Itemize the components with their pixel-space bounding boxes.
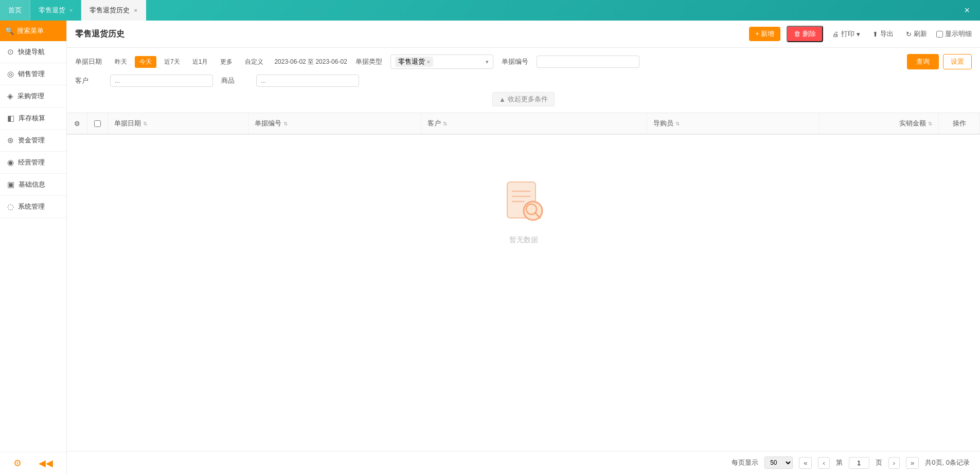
empty-state: 暂无数据 — [67, 135, 980, 286]
customer-filter-input[interactable] — [110, 75, 213, 87]
sidebar-item-basic-info[interactable]: ▣ 基础信息 — [0, 174, 66, 196]
sidebar-item-finance[interactable]: ⊛ 资金管理 — [0, 130, 66, 152]
settings-icon-th: ⚙ — [74, 120, 80, 127]
prev-page-button[interactable]: ‹ — [818, 457, 829, 469]
nav-icon-purchase: ◈ — [7, 92, 13, 101]
th-checkbox[interactable] — [87, 113, 108, 134]
customer-filter-label: 客户 — [75, 76, 106, 85]
query-button[interactable]: 查询 — [907, 54, 939, 69]
new-button[interactable]: + 新增 — [749, 27, 780, 41]
goods-filter-input[interactable] — [256, 75, 359, 87]
export-button[interactable]: ⬆ 导出 — [869, 27, 897, 41]
close-tab-retail-return-history[interactable]: × — [134, 7, 137, 13]
nav-icon-basic: ▣ — [7, 180, 14, 189]
th-action-label: 操作 — [953, 119, 966, 128]
type-selector-arrow: ▾ — [486, 59, 489, 65]
refresh-icon: ↻ — [906, 30, 912, 38]
date-btn-more[interactable]: 更多 — [216, 56, 237, 68]
date-range-display: 2023-06-02 至 2023-06-02 — [274, 58, 347, 66]
search-icon: 🔍 — [5, 27, 14, 35]
per-page-label: 每页显示 — [732, 458, 758, 467]
type-selector[interactable]: 零售退货 × ▾ — [390, 54, 493, 69]
sort-icon-date: ⇅ — [143, 121, 147, 126]
date-btn-yesterday[interactable]: 昨天 — [110, 56, 132, 68]
sort-icon-customer: ⇅ — [443, 121, 447, 126]
goods-filter-group: 商品 — [221, 75, 359, 87]
sidebar-item-system[interactable]: ◌ 系统管理 — [0, 196, 66, 218]
filter-area: 单据日期 昨天 今天 近7天 近1月 更多 自定义 2023-06-02 至 2… — [67, 48, 980, 113]
table-area: ⚙ 单据日期 ⇅ 单据编号 ⇅ 客户 ⇅ 导购员 — [67, 113, 980, 451]
sort-icon-guide: ⇅ — [675, 121, 680, 126]
sidebar-search[interactable]: 🔍 搜索菜单 — [0, 21, 66, 41]
th-amount[interactable]: 实销金额 ⇅ — [819, 113, 939, 134]
refresh-button[interactable]: ↻ 刷新 — [903, 27, 930, 41]
type-tag-label: 零售退货 — [398, 57, 425, 66]
delete-button[interactable]: 🗑 删除 — [787, 26, 823, 42]
sort-icon-amount: ⇅ — [928, 121, 932, 126]
th-guide[interactable]: 导购员 ⇅ — [647, 113, 819, 134]
date-options: 昨天 今天 近7天 近1月 更多 自定义 — [110, 56, 268, 68]
filter-row-1: 单据日期 昨天 今天 近7天 近1月 更多 自定义 2023-06-02 至 2… — [75, 54, 972, 69]
window-close-button[interactable]: × — [954, 0, 980, 21]
print-button[interactable]: 🖨 打印 ▾ — [829, 27, 863, 41]
type-tag-close[interactable]: × — [427, 59, 430, 65]
customer-filter-group: 客户 — [75, 75, 213, 87]
nav-icon-system: ◌ — [7, 202, 14, 211]
date-btn-7days[interactable]: 近7天 — [159, 56, 185, 68]
sidebar-item-operations[interactable]: ◉ 经营管理 — [0, 152, 66, 174]
sidebar-item-label-quick: 快捷导航 — [18, 47, 45, 57]
date-btn-1month[interactable]: 近1月 — [188, 56, 213, 68]
print-label: 打印 — [841, 29, 854, 39]
th-settings[interactable]: ⚙ — [67, 113, 87, 134]
no-filter-group: 单据编号 — [502, 56, 639, 68]
page-input[interactable]: 1 — [849, 457, 869, 469]
last-page-button[interactable]: » — [906, 457, 919, 469]
refresh-label: 刷新 — [914, 29, 927, 39]
sidebar-item-quick-nav[interactable]: ⊙ 快捷导航 — [0, 41, 66, 63]
per-page-select[interactable]: 50 10 20 100 — [764, 457, 793, 469]
tab-retail-return-history[interactable]: 零售退货历史 × — [81, 0, 146, 21]
first-page-button[interactable]: « — [799, 457, 812, 469]
type-tag-retail-return: 零售退货 × — [395, 57, 433, 67]
table-footer: 每页显示 50 10 20 100 « ‹ 第 1 页 › » 共0页, 0条记… — [67, 451, 980, 474]
th-customer[interactable]: 客户 ⇅ — [421, 113, 647, 134]
audio-icon[interactable]: ◀◀ — [39, 458, 53, 469]
date-btn-custom[interactable]: 自定义 — [240, 56, 268, 68]
header-actions: + 新增 🗑 删除 🖨 打印 ▾ ⬆ 导出 ↻ 刷新 显示明细 — [749, 26, 972, 42]
next-page-button[interactable]: › — [888, 457, 900, 469]
sidebar-item-inventory[interactable]: ◧ 库存核算 — [0, 107, 66, 130]
page-title: 零售退货历史 — [75, 29, 124, 40]
settings-icon[interactable]: ⚙ — [13, 458, 22, 469]
no-filter-input[interactable] — [537, 56, 639, 68]
date-btn-today[interactable]: 今天 — [135, 56, 156, 68]
export-icon: ⬆ — [872, 30, 878, 38]
tab-retail-return[interactable]: 零售退货 × — [30, 0, 81, 21]
collapse-label: 收起更多条件 — [508, 95, 548, 104]
settings-button[interactable]: 设置 — [943, 54, 972, 69]
collapse-button[interactable]: ▲ 收起更多条件 — [492, 92, 555, 106]
print-dropdown-icon: ▾ — [857, 30, 860, 38]
tab-home[interactable]: 首页 — [0, 0, 30, 21]
sidebar-item-label-operations: 经营管理 — [18, 158, 45, 167]
type-filter-label: 单据类型 — [355, 57, 386, 66]
th-date[interactable]: 单据日期 ⇅ — [108, 113, 248, 134]
show-detail-label: 显示明细 — [945, 29, 972, 39]
show-detail-checkbox[interactable] — [936, 31, 943, 38]
sidebar-item-label-purchase: 采购管理 — [17, 92, 44, 101]
sidebar-item-purchase[interactable]: ◈ 采购管理 — [0, 85, 66, 107]
th-action: 操作 — [939, 113, 980, 134]
main-layout: 🔍 搜索菜单 ⊙ 快捷导航 ◎ 销售管理 ◈ 采购管理 ◧ 库存核算 ⊛ 资金管… — [0, 21, 980, 474]
nav-icon-inventory: ◧ — [7, 114, 14, 123]
nav-icon-finance: ⊛ — [7, 136, 14, 145]
goods-filter-label: 商品 — [221, 76, 252, 85]
th-no[interactable]: 单据编号 ⇅ — [248, 113, 421, 134]
sidebar-item-label-basic: 基础信息 — [19, 180, 45, 189]
sidebar-item-sales[interactable]: ◎ 销售管理 — [0, 63, 66, 85]
nav-icon-operations: ◉ — [7, 158, 14, 167]
show-detail-toggle[interactable]: 显示明细 — [936, 29, 972, 39]
close-tab-retail-return[interactable]: × — [69, 7, 73, 13]
empty-icon — [498, 176, 549, 227]
page-prefix-label: 第 — [836, 458, 843, 467]
date-filter-label: 单据日期 — [75, 57, 106, 66]
select-all-checkbox[interactable] — [94, 120, 101, 127]
